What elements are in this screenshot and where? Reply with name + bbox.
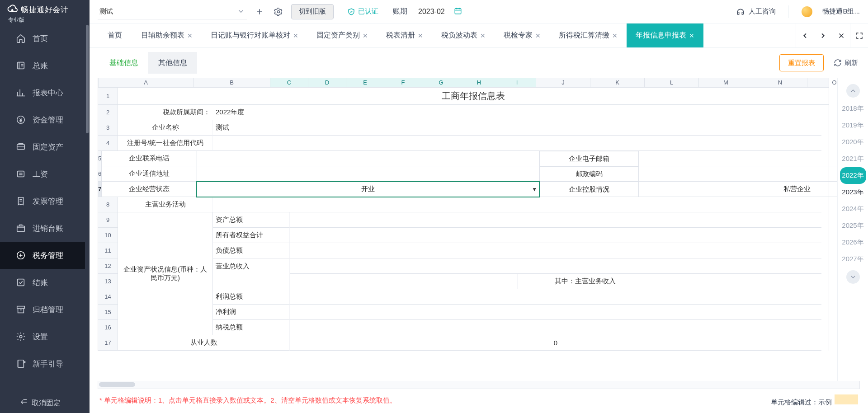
nav-ledger[interactable]: 总账 [0,52,85,79]
rowhdr-1[interactable]: 1 [98,88,118,105]
rowhdr-15[interactable]: 15 [98,305,118,320]
colhdr-D[interactable]: D [308,78,346,87]
colhdr-L[interactable]: L [645,78,699,87]
r5-left-val[interactable] [197,151,539,166]
user-name[interactable]: 畅捷通B组... [822,7,860,16]
consult-button[interactable]: 人工咨询 [736,7,776,16]
sidebar-scrollbar[interactable] [85,25,90,393]
year-2019年[interactable]: 2019年 [840,117,866,134]
fullscreen-button[interactable] [850,23,868,48]
asset-val-16[interactable] [290,320,821,335]
rowhdr-6[interactable]: 6 [98,166,102,182]
tab-1[interactable]: 日记账与银行对账单核对✕ [202,23,307,47]
colhdr-G[interactable]: G [422,78,460,87]
seg-1[interactable]: 其他信息 [148,52,197,74]
r3-value[interactable]: 测试 [213,120,821,136]
colhdr-M[interactable]: M [699,78,753,87]
year-2027年[interactable]: 2027年 [840,251,866,268]
calendar-icon[interactable] [454,7,462,17]
r6-left-val[interactable] [197,166,539,182]
tab-close-button[interactable] [832,23,850,48]
rowhdr-12[interactable]: 12 [98,258,118,274]
nav-tax[interactable]: 税务管理 [0,242,85,269]
asset-val-14[interactable] [290,289,821,305]
colhdr-C[interactable]: C [270,78,308,87]
tab-4[interactable]: 税负波动表✕ [432,23,495,47]
colhdr-I[interactable]: I [498,78,536,87]
sub-income-val[interactable] [653,274,821,289]
unpin-button[interactable]: 取消固定 [0,393,90,413]
year-scroll-up[interactable] [846,84,860,98]
asset-val-9[interactable] [290,212,821,228]
asset-val-10[interactable] [290,228,821,243]
year-2022年[interactable]: 2022年 [840,167,866,184]
seg-0[interactable]: 基础信息 [99,52,148,74]
year-2024年[interactable]: 2024年 [840,201,866,217]
rowhdr-5[interactable]: 5 [98,151,102,166]
rowhdr-11[interactable]: 11 [98,243,118,258]
colhdr-F[interactable]: F [384,78,422,87]
avatar[interactable] [802,6,812,17]
rowhdr-7[interactable]: 7 [98,182,102,197]
tab-close-icon[interactable]: ✕ [612,32,618,39]
horizontal-scrollbar[interactable] [98,381,860,389]
tab-0[interactable]: 目辅助余额表✕ [132,23,202,47]
year-2025年[interactable]: 2025年 [840,217,866,234]
tab-scroll-left[interactable] [796,23,814,48]
nav-settings[interactable]: 设置 [0,323,85,350]
r8-value[interactable] [213,197,821,212]
rowhdr-2[interactable]: 2 [98,105,118,120]
nav-archive[interactable]: 归档管理 [0,296,85,323]
colhdr-E[interactable]: E [346,78,384,87]
nav-fixed-assets[interactable]: 固定资产 [0,133,85,160]
rowhdr-14[interactable]: 14 [98,289,118,305]
r6-right-val[interactable] [639,166,837,182]
colhdr-A[interactable]: A [99,78,193,87]
tab-home[interactable]: 首页 [98,23,132,47]
settings-button[interactable] [272,5,285,18]
nav-close[interactable]: 结账 [0,269,85,296]
tab-7[interactable]: 年报信息申报表✕ [627,23,703,47]
rowhdr-17[interactable]: 17 [98,335,118,351]
r5-right-val[interactable] [639,151,837,166]
org-selector[interactable]: 测试 [98,4,247,19]
rowhdr-9[interactable]: 9 [98,212,118,228]
tab-close-icon[interactable]: ✕ [187,32,193,39]
year-2021年[interactable]: 2021年 [840,150,866,167]
spreadsheet[interactable]: ABCDEFGHIJKLMNOPQ 1工商年报信息表2税款所属期间：2022年度… [90,78,837,381]
colhdr-K[interactable]: K [590,78,645,87]
tab-close-icon[interactable]: ✕ [689,32,694,39]
tab-2[interactable]: 固定资产类别✕ [307,23,377,47]
year-2018年[interactable]: 2018年 [840,100,866,117]
nav-invoice[interactable]: 发票管理 [0,188,85,215]
colhdr-B[interactable]: B [193,78,270,87]
tab-close-icon[interactable]: ✕ [418,32,423,39]
rowhdr-16[interactable]: 16 [98,320,118,335]
tab-close-icon[interactable]: ✕ [363,32,368,39]
asset-val-11[interactable] [290,243,821,258]
tab-close-icon[interactable]: ✕ [535,32,541,39]
year-2023年[interactable]: 2023年 [840,184,866,201]
reset-button[interactable]: 重置报表 [779,54,824,71]
nav-inventory[interactable]: 进销台账 [0,215,85,242]
business-status-select[interactable]: 开业▼ [197,182,539,197]
rowhdr-13[interactable]: 13 [98,274,118,289]
colhdr-O[interactable]: O [807,78,837,87]
tab-close-icon[interactable]: ✕ [480,32,486,39]
rowhdr-10[interactable]: 10 [98,228,118,243]
r7-right-value[interactable]: 私营企业 [639,182,837,197]
colhdr-J[interactable]: J [536,78,590,87]
rowhdr-3[interactable]: 3 [98,120,118,136]
nav-payroll[interactable]: 工资 [0,160,85,188]
colhdr-H[interactable]: H [460,78,498,87]
year-2026年[interactable]: 2026年 [840,234,866,251]
colhdr-N[interactable]: N [753,78,807,87]
rowhdr-4[interactable]: 4 [98,136,118,151]
period-value[interactable]: 2023-02 [418,8,445,16]
nav-funds[interactable]: 资金管理 [0,106,85,133]
nav-home[interactable]: 首页 [0,25,85,52]
year-2020年[interactable]: 2020年 [840,134,866,150]
year-scroll-down[interactable] [846,270,860,284]
tab-5[interactable]: 税检专家✕ [495,23,550,47]
tab-6[interactable]: 所得税汇算清缴✕ [550,23,627,47]
